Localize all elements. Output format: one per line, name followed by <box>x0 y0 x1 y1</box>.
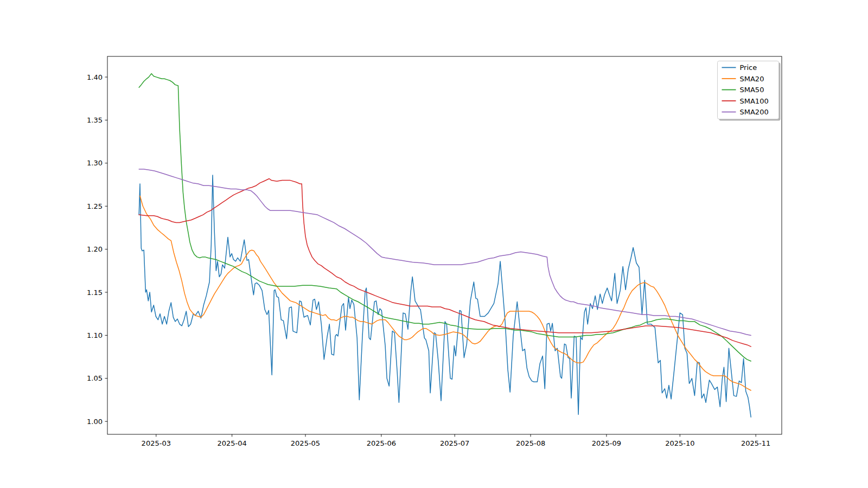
legend-label-price: Price <box>740 63 757 72</box>
price-chart: 2025-032025-042025-052025-062025-072025-… <box>0 0 868 488</box>
y-axis-tick-label: 1.25 <box>87 202 103 210</box>
x-axis-tick-label: 2025-05 <box>291 439 320 447</box>
x-axis-tick-label: 2025-03 <box>142 439 171 447</box>
x-axis-tick-label: 2025-09 <box>592 439 621 447</box>
y-axis-tick-label: 1.05 <box>87 374 103 382</box>
legend-label-sma200: SMA200 <box>740 108 769 116</box>
legend-label-sma20: SMA20 <box>740 75 764 83</box>
y-axis-tick-label: 1.15 <box>87 288 103 297</box>
y-axis-tick-label: 1.35 <box>87 116 103 124</box>
y-axis-tick-label: 1.30 <box>87 159 103 167</box>
x-axis-tick-label: 2025-06 <box>367 439 396 447</box>
y-axis-tick-label: 1.20 <box>87 245 103 253</box>
plot-area <box>107 56 782 434</box>
figure: 2025-032025-042025-052025-062025-072025-… <box>0 0 868 488</box>
legend-label-sma100: SMA100 <box>740 97 769 105</box>
legend-label-sma50: SMA50 <box>740 86 764 94</box>
y-axis-tick-label: 1.40 <box>87 73 103 81</box>
x-axis-tick-label: 2025-10 <box>665 439 694 447</box>
x-axis-tick-label: 2025-04 <box>217 439 246 447</box>
x-axis-tick-label: 2025-07 <box>440 439 469 447</box>
x-axis-tick-label: 2025-08 <box>516 439 545 447</box>
y-axis-tick-label: 1.10 <box>87 331 103 339</box>
y-axis-tick-label: 1.00 <box>87 418 103 426</box>
x-axis-tick-label: 2025-11 <box>741 439 770 447</box>
